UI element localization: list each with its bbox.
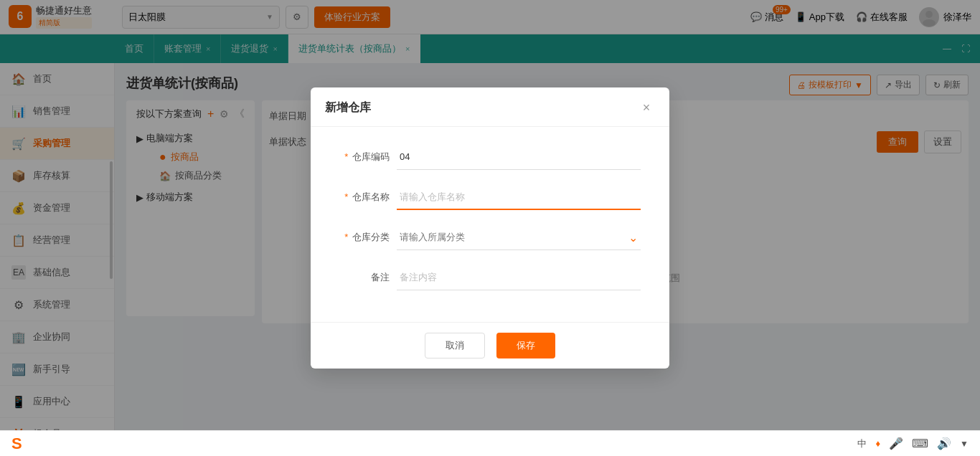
form-row-category: * 仓库分类 ⌄ <box>339 224 641 250</box>
modal-new-warehouse: 新增仓库 × * 仓库编码 * 仓库名称 <box>311 87 669 369</box>
form-row-remark: 备注 <box>339 265 641 290</box>
category-input[interactable] <box>397 224 641 250</box>
bottom-bar: S 中 ♦ 🎤 ⌨ 🔊 ▼ <box>0 430 980 456</box>
bottom-diamond-icon[interactable]: ♦ <box>875 438 880 449</box>
code-label: * 仓库编码 <box>339 151 397 163</box>
modal-header: 新增仓库 × <box>311 87 669 127</box>
form-row-code: * 仓库编码 <box>339 144 641 170</box>
category-label: * 仓库分类 <box>339 231 397 244</box>
modal-overlay[interactable]: 新增仓库 × * 仓库编码 * 仓库名称 <box>0 0 980 456</box>
bottom-sound-icon[interactable]: 🔊 <box>937 437 951 450</box>
bottom-more-icon[interactable]: ▼ <box>960 439 969 449</box>
name-input[interactable] <box>397 184 641 210</box>
modal-title: 新增仓库 <box>325 100 371 115</box>
name-label: * 仓库名称 <box>339 191 397 204</box>
bottom-icons: 中 ♦ 🎤 ⌨ 🔊 ▼ <box>857 437 969 450</box>
bottom-lang-icon[interactable]: 中 <box>857 437 867 450</box>
bottom-keyboard-icon[interactable]: ⌨ <box>912 437 928 450</box>
code-input[interactable] <box>397 144 641 170</box>
remark-input[interactable] <box>397 265 641 290</box>
required-star-3: * <box>344 232 348 242</box>
remark-label: 备注 <box>339 271 397 284</box>
form-row-name: * 仓库名称 <box>339 184 641 210</box>
modal-close-button[interactable]: × <box>638 99 655 116</box>
bottom-logo: S <box>11 434 22 453</box>
category-select-wrapper: ⌄ <box>397 224 641 250</box>
modal-body: * 仓库编码 * 仓库名称 * 仓库分类 <box>311 127 669 322</box>
cancel-button[interactable]: 取消 <box>425 333 485 358</box>
modal-footer: 取消 保存 <box>311 322 669 369</box>
save-button[interactable]: 保存 <box>496 333 555 358</box>
required-star: * <box>344 151 348 162</box>
required-star-2: * <box>344 191 348 202</box>
bottom-mic-icon[interactable]: 🎤 <box>889 437 903 450</box>
